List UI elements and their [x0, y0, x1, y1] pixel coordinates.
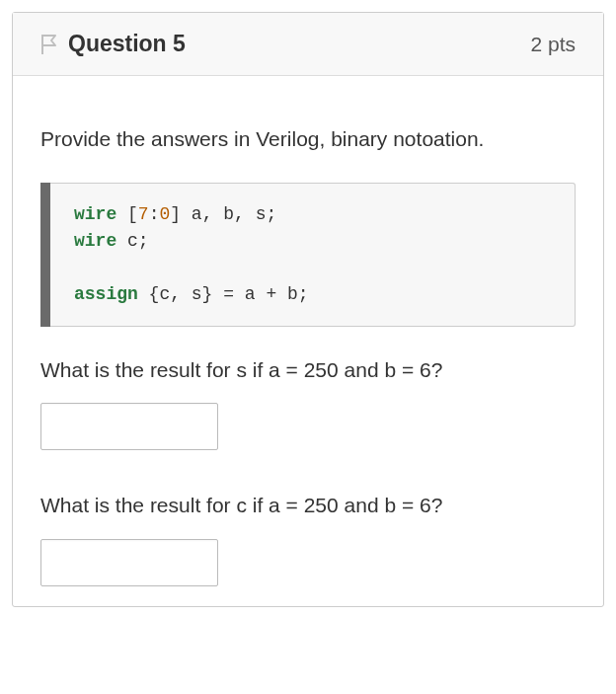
instructions-text: Provide the answers in Verilog, binary n…: [40, 123, 576, 155]
code-text: {c, s} = a + b;: [138, 284, 309, 304]
code-keyword: wire: [74, 231, 116, 251]
question-body: Provide the answers in Verilog, binary n…: [13, 76, 603, 606]
question-card: Question 5 2 pts Provide the answers in …: [12, 12, 604, 607]
question-title: Question 5: [68, 31, 186, 57]
code-text: c;: [116, 231, 148, 251]
question-points: 2 pts: [530, 33, 576, 56]
flag-icon[interactable]: [40, 34, 58, 55]
code-number: 7: [138, 204, 149, 224]
question-header: Question 5 2 pts: [13, 13, 603, 76]
code-text: ] a, b, s;: [170, 204, 276, 224]
code-text: :: [149, 204, 160, 224]
code-content: wire [7:0] a, b, s; wire c; assign {c, s…: [50, 183, 576, 327]
code-block: wire [7:0] a, b, s; wire c; assign {c, s…: [40, 183, 576, 327]
question-title-wrap: Question 5: [40, 31, 186, 57]
prompt-c: What is the result for c if a = 250 and …: [40, 490, 576, 521]
code-keyword: assign: [74, 284, 138, 304]
answer-input-s[interactable]: [40, 403, 218, 450]
code-number: 0: [159, 204, 170, 224]
code-text: [: [116, 204, 138, 224]
code-keyword: wire: [74, 204, 116, 224]
prompt-s: What is the result for s if a = 250 and …: [40, 354, 576, 386]
answer-input-c[interactable]: [40, 539, 218, 586]
